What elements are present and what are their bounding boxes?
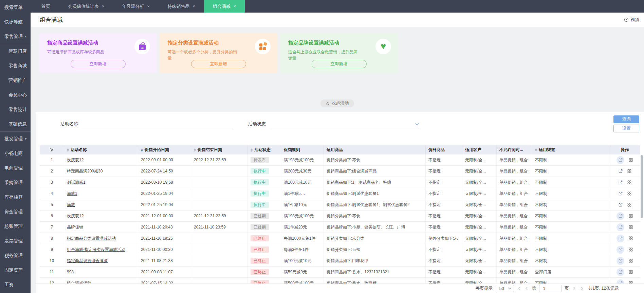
row-number: 5 bbox=[40, 199, 64, 210]
close-tab-icon[interactable] bbox=[234, 4, 236, 8]
open-activity-icon[interactable] bbox=[617, 279, 624, 284]
gear-icon[interactable] bbox=[49, 147, 54, 152]
sort-icon bbox=[251, 148, 253, 152]
sidebar-item[interactable]: 快捷导航 bbox=[0, 15, 31, 29]
sidebar-item[interactable]: 小畅电商 bbox=[0, 146, 31, 161]
column-header-start-date[interactable]: 促销开始日期 bbox=[138, 145, 191, 154]
tab[interactable]: 首页 bbox=[33, 0, 59, 13]
page-size-select[interactable]: 50 bbox=[496, 285, 514, 292]
activity-name-link[interactable]: 品牌促销 bbox=[67, 224, 83, 230]
sidebar-item[interactable]: 零售管理 bbox=[0, 29, 31, 44]
page-number-input[interactable] bbox=[539, 285, 562, 292]
open-activity-icon[interactable] bbox=[617, 212, 624, 220]
status-badge: 待发布 bbox=[251, 157, 269, 163]
activity-name-link[interactable]: 测试满减1 bbox=[67, 180, 86, 185]
column-header-channel[interactable]: 适用渠道 bbox=[532, 145, 610, 154]
prev-page-icon[interactable] bbox=[525, 286, 529, 291]
sidebar-item[interactable]: 固定资产 bbox=[0, 263, 31, 277]
table-scrollbar[interactable] bbox=[641, 154, 643, 283]
tab[interactable]: 组合满减 bbox=[204, 0, 245, 13]
scrollbar-thumb[interactable] bbox=[641, 155, 643, 218]
related-items-icon[interactable] bbox=[628, 236, 633, 241]
activity-name-link[interactable]: 998 bbox=[67, 270, 74, 274]
related-items-icon[interactable] bbox=[627, 169, 632, 173]
open-activity-icon[interactable] bbox=[618, 180, 623, 185]
related-items-icon[interactable] bbox=[628, 270, 633, 274]
sidebar-item[interactable]: 智慧门店 bbox=[0, 44, 31, 58]
related-items-icon[interactable] bbox=[628, 281, 633, 283]
sidebar-item[interactable]: 会员中心 bbox=[0, 88, 31, 102]
sidebar-item[interactable]: 基础信息 bbox=[0, 117, 31, 131]
sidebar-item-label: 发票管理 bbox=[4, 238, 23, 244]
sidebar-item[interactable]: 批发管理 bbox=[0, 131, 31, 146]
search-button[interactable]: 查询 bbox=[613, 115, 639, 123]
sidebar-item[interactable]: 零售商城 bbox=[0, 58, 31, 73]
last-page-icon[interactable] bbox=[579, 286, 584, 291]
activity-name-link[interactable]: 组合满减活动 bbox=[67, 280, 91, 284]
sidebar-item[interactable]: 采购管理 bbox=[0, 175, 31, 190]
close-tab-icon[interactable] bbox=[147, 4, 150, 8]
open-activity-icon[interactable] bbox=[617, 246, 624, 254]
activity-name-link[interactable]: 指定商品设置组合满减 bbox=[67, 258, 108, 264]
related-items-icon[interactable] bbox=[628, 247, 633, 252]
add-now-button[interactable]: 立即新增 bbox=[191, 60, 246, 68]
activity-name-link[interactable]: 欢庆双12 bbox=[67, 213, 84, 219]
sidebar-item[interactable]: 发票管理 bbox=[0, 234, 31, 248]
sidebar-item[interactable]: 总账管理 bbox=[0, 219, 31, 234]
row-number: 9 bbox=[40, 244, 64, 255]
related-items-icon[interactable] bbox=[628, 214, 633, 218]
open-activity-icon[interactable] bbox=[618, 169, 623, 174]
sidebar-item[interactable]: 库存核算 bbox=[0, 190, 31, 204]
first-page-icon[interactable] bbox=[517, 286, 521, 291]
section-arrow-icon bbox=[24, 35, 27, 38]
activity-name-link[interactable]: 指定商品分类设置满减活动 bbox=[67, 236, 116, 241]
related-items-icon[interactable] bbox=[627, 191, 632, 196]
close-tab-icon[interactable] bbox=[102, 4, 105, 8]
activity-status-select[interactable] bbox=[269, 121, 419, 128]
open-activity-icon[interactable] bbox=[617, 257, 624, 265]
open-activity-icon[interactable] bbox=[618, 191, 623, 196]
rule-cell: 每满1000元免1件 bbox=[281, 233, 324, 244]
open-activity-icon[interactable] bbox=[617, 223, 624, 231]
tab[interactable]: 特殊销售品 bbox=[159, 0, 204, 13]
sidebar-item[interactable]: 税务管理 bbox=[0, 248, 31, 263]
video-help-link[interactable]: 视频 bbox=[624, 17, 639, 23]
sidebar-item[interactable]: 资金管理 bbox=[0, 204, 31, 219]
column-header-activity-name[interactable]: 活动名称 bbox=[64, 145, 138, 154]
close-tab-icon[interactable] bbox=[192, 4, 195, 8]
open-activity-icon[interactable] bbox=[617, 156, 624, 164]
related-items-icon[interactable] bbox=[628, 158, 633, 162]
activity-name-link[interactable]: 满减 bbox=[67, 202, 75, 208]
column-header-status[interactable]: 活动状态 bbox=[248, 145, 281, 154]
filter-bar: 活动名称 活动状态 查询 设置 bbox=[36, 112, 644, 145]
open-activity-icon[interactable] bbox=[618, 202, 623, 207]
related-items-icon[interactable] bbox=[627, 180, 632, 185]
sidebar-item[interactable]: 电商管理 bbox=[0, 161, 31, 175]
sidebar-item[interactable]: 营销推广 bbox=[0, 73, 31, 88]
sidebar-item[interactable]: 零售统计 bbox=[0, 102, 31, 117]
next-page-icon[interactable] bbox=[572, 286, 576, 291]
collapse-activities-button[interactable]: 收起活动 bbox=[320, 99, 354, 107]
open-activity-icon[interactable] bbox=[617, 268, 624, 276]
related-items-icon[interactable] bbox=[628, 225, 633, 230]
activity-name-link[interactable]: 满减1 bbox=[67, 191, 77, 197]
activity-name-link[interactable]: 特定商品满200减30 bbox=[67, 168, 103, 174]
sidebar-item[interactable]: 工资 bbox=[0, 277, 31, 292]
settings-button[interactable]: 设置 bbox=[613, 125, 639, 132]
open-activity-icon[interactable] bbox=[617, 235, 624, 242]
add-now-button[interactable]: 立即新增 bbox=[312, 60, 367, 68]
activity-name-link[interactable]: 组合满减-指定分类设置满减活动 bbox=[67, 247, 125, 253]
sidebar-item[interactable]: 搜索菜单 bbox=[0, 0, 31, 15]
activity-status-label: 活动状态 bbox=[248, 121, 266, 127]
tab[interactable]: 年客流分析 bbox=[113, 0, 159, 13]
related-items-icon[interactable] bbox=[628, 258, 633, 263]
activity-name-input[interactable] bbox=[81, 121, 233, 128]
actions-cell bbox=[610, 210, 639, 221]
related-items-icon[interactable] bbox=[627, 202, 632, 207]
activity-name-link[interactable]: 欢庆双12 bbox=[67, 157, 84, 163]
table-row: 10 指定商品设置组合满减 2021-11-08 21:38 已终止 满100元… bbox=[40, 255, 640, 267]
column-header-end-date[interactable]: 促销结束日期 bbox=[191, 145, 248, 154]
sort-icon bbox=[535, 148, 537, 152]
tab[interactable]: 会员储值统计表 bbox=[59, 0, 113, 13]
add-now-button[interactable]: 立即新增 bbox=[71, 60, 126, 68]
